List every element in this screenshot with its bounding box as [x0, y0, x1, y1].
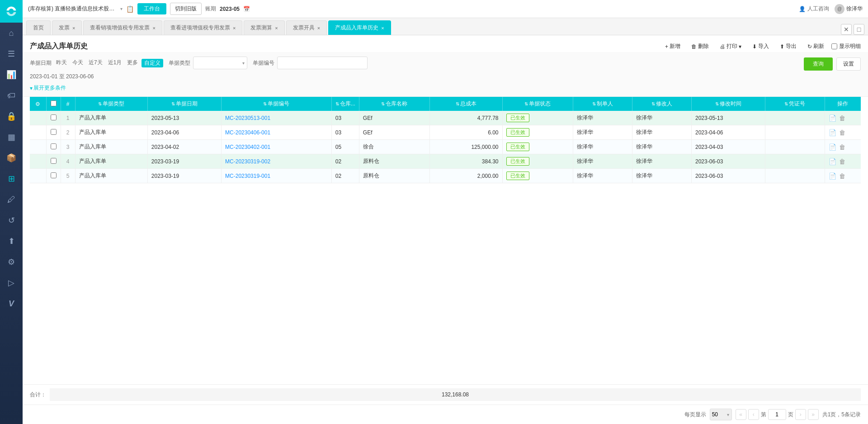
tab-sales-vat-close[interactable]: × — [152, 25, 155, 31]
sidebar-icon-active[interactable]: ⊞ — [0, 168, 23, 189]
row-checkbox[interactable] — [51, 158, 57, 164]
col-status[interactable]: ⇅单据状态 — [502, 97, 573, 111]
col-warehouse-name[interactable]: ⇅仓库名称 — [359, 97, 429, 111]
sidebar-icon-version[interactable]: V — [0, 293, 23, 314]
tab-input-vat[interactable]: 查看进项增值税专用发票 × — [164, 20, 242, 35]
page-size-select[interactable]: 20 50 100 200 — [710, 409, 732, 420]
tab-product-in[interactable]: 产成品入库单历史 × — [328, 20, 391, 35]
col-modifier[interactable]: ⇅修改人 — [632, 97, 691, 111]
table-row: 1 产品入库单 2023-05-13 MC-20230513-001 03 GE… — [30, 111, 861, 125]
col-settings[interactable]: ⚙ — [30, 97, 46, 111]
date-more-btn[interactable]: 更多 — [125, 59, 140, 67]
window-maximize-button[interactable]: □ — [854, 24, 864, 35]
edit-icon[interactable]: 📄 — [829, 143, 836, 151]
type-select[interactable] — [193, 57, 247, 69]
first-page-button[interactable]: « — [736, 409, 746, 420]
show-detail-checkbox[interactable]: 显示明细 — [831, 43, 861, 50]
tab-invoice-calc-close[interactable]: × — [275, 25, 278, 31]
row-number-link[interactable]: MC-20230319-001 — [225, 173, 270, 179]
export-button[interactable]: ⬆ 导出 — [776, 41, 800, 52]
row-checkbox[interactable] — [51, 172, 57, 178]
sidebar-icon-box[interactable]: 📦 — [0, 148, 23, 168]
edit-icon[interactable]: 📄 — [829, 158, 836, 165]
tab-invoice-close[interactable]: × — [72, 25, 75, 31]
select-all-checkbox[interactable] — [51, 100, 57, 106]
col-modify-time[interactable]: ⇅修改时间 — [692, 97, 765, 111]
edit-icon[interactable]: 📄 — [829, 114, 836, 122]
row-number-link[interactable]: MC-20230319-002 — [225, 158, 270, 165]
refresh-button[interactable]: ↻ 刷新 — [804, 41, 828, 52]
sidebar-icon-lock[interactable]: 🔒 — [0, 106, 23, 127]
sidebar-icon-chart[interactable]: 📊 — [0, 64, 23, 85]
sidebar-icon-home[interactable]: ⌂ — [0, 23, 23, 43]
document-icon[interactable]: 📋 — [126, 5, 134, 13]
delete-row-icon[interactable]: 🗑 — [839, 129, 845, 136]
sort-icon: ⇅ — [784, 101, 788, 106]
tab-sales-vat[interactable]: 查看销项增值税专用发票 × — [83, 20, 162, 35]
window-close-button[interactable]: ✕ — [841, 24, 852, 35]
date-custom-btn[interactable]: 自定义 — [142, 59, 163, 67]
edit-icon[interactable]: 📄 — [829, 172, 836, 180]
col-total-cost[interactable]: ⇅总成本 — [430, 97, 502, 111]
query-button[interactable]: 查询 — [804, 57, 833, 71]
app-logo[interactable] — [0, 0, 23, 23]
tab-invoice-calc[interactable]: 发票测算 × — [244, 20, 284, 35]
last-page-button[interactable]: » — [808, 409, 819, 420]
pagination-nav: « ‹ 第 页 › » — [736, 409, 819, 420]
row-number-link[interactable]: MC-20230402-001 — [225, 144, 270, 150]
sidebar-icon-pen[interactable]: 🖊 — [0, 189, 23, 210]
col-number[interactable]: ⇅单据编号 — [222, 97, 332, 111]
help-button[interactable]: 👤 人工咨询 — [799, 5, 829, 13]
sidebar-icon-grid[interactable]: ▦ — [0, 127, 23, 148]
sidebar-icon-play[interactable]: ▷ — [0, 272, 23, 293]
col-creator[interactable]: ⇅制单人 — [573, 97, 632, 111]
delete-row-icon[interactable]: 🗑 — [839, 114, 845, 122]
date-7days-btn[interactable]: 近7天 — [87, 59, 104, 67]
sidebar-icon-menu[interactable]: ☰ — [0, 43, 23, 64]
col-checkbox — [46, 97, 61, 111]
sidebar-icon-settings[interactable]: ⚙ — [0, 252, 23, 272]
row-number-link[interactable]: MC-20230406-001 — [225, 129, 270, 136]
page-number-input[interactable] — [768, 409, 786, 420]
next-page-button[interactable]: › — [795, 409, 806, 420]
company-selector[interactable]: (库存核算) 直播轻换通信息技术股份... ▾ — [28, 5, 123, 13]
user-info[interactable]: @ 徐泽华 — [835, 4, 863, 14]
tab-input-vat-close[interactable]: × — [233, 25, 236, 31]
import-button[interactable]: ⬇ 导入 — [749, 41, 773, 52]
expand-filter-button[interactable]: ▾ 展开更多条件 — [30, 84, 861, 92]
tab-invoice-open[interactable]: 发票开具 × — [286, 20, 327, 35]
calendar-icon[interactable]: 📅 — [243, 6, 250, 12]
delete-row-icon[interactable]: 🗑 — [839, 143, 845, 151]
row-checkbox[interactable] — [51, 143, 57, 149]
col-date[interactable]: ⇅单据日期 — [147, 97, 221, 111]
row-number-link[interactable]: MC-20230513-001 — [225, 115, 270, 121]
tab-invoice[interactable]: 发票 × — [52, 20, 82, 35]
date-1month-btn[interactable]: 近1月 — [106, 59, 124, 67]
sidebar-icon-refresh[interactable]: ↺ — [0, 210, 23, 231]
edit-icon[interactable]: 📄 — [829, 129, 836, 136]
tab-invoice-open-close[interactable]: × — [317, 25, 320, 31]
new-button[interactable]: + 新增 — [661, 41, 684, 52]
date-yesterday-btn[interactable]: 昨天 — [54, 59, 69, 67]
sidebar-icon-tag[interactable]: 🏷 — [0, 85, 23, 106]
row-number: MC-20230402-001 — [222, 140, 332, 154]
show-detail-input[interactable] — [831, 43, 837, 49]
sidebar-icon-upload[interactable]: ⬆ — [0, 231, 23, 252]
prev-page-button[interactable]: ‹ — [748, 409, 759, 420]
delete-row-icon[interactable]: 🗑 — [839, 158, 845, 165]
row-checkbox[interactable] — [51, 129, 57, 135]
col-voucher[interactable]: ⇅凭证号 — [765, 97, 825, 111]
date-today-btn[interactable]: 今天 — [71, 59, 85, 67]
col-warehouse-code[interactable]: ⇅仓库... — [331, 97, 359, 111]
switch-version-button[interactable]: 切到旧版 — [170, 3, 202, 15]
col-type[interactable]: ⇅单据类型 — [75, 97, 147, 111]
print-button[interactable]: 🖨 打印 ▾ — [716, 41, 745, 52]
row-checkbox[interactable] — [51, 114, 57, 120]
tab-home[interactable]: 首页 — [26, 20, 51, 35]
setting-button[interactable]: 设置 — [836, 57, 861, 71]
workbench-button[interactable]: 工作台 — [137, 3, 166, 14]
delete-row-icon[interactable]: 🗑 — [839, 172, 845, 180]
number-filter-input[interactable] — [277, 57, 368, 69]
tab-product-in-close[interactable]: × — [381, 25, 384, 31]
delete-button[interactable]: 🗑 删除 — [688, 41, 712, 52]
